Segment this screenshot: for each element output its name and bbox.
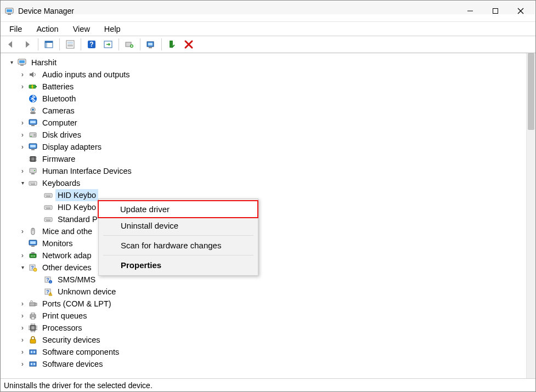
ctx-properties[interactable]: Properties [99, 257, 258, 273]
category-mice-and-other-pointing-devices[interactable]: Mice and othe [3, 225, 526, 237]
expand-arrow[interactable] [7, 56, 16, 69]
expand-arrow[interactable] [18, 334, 27, 346]
printer-icon [28, 311, 38, 321]
port-icon [28, 299, 38, 309]
enable-device-button[interactable] [165, 38, 179, 51]
expand-arrow[interactable] [18, 249, 27, 262]
properties-button[interactable] [63, 38, 77, 51]
help-button[interactable]: ? [84, 38, 99, 51]
toolbar: ? [1, 36, 535, 53]
svg-rect-40 [31, 149, 35, 150]
show-hide-console-tree-button[interactable] [42, 38, 56, 51]
category-security-devices[interactable]: Security devices [3, 334, 526, 346]
keyboard-icon [43, 190, 53, 200]
category-audio-inputs-and-outputs[interactable]: Audio inputs and outputs [3, 69, 526, 81]
tree-item-label: Monitors [40, 237, 75, 249]
category-print-queues[interactable]: Print queues [3, 310, 526, 322]
svg-point-83 [31, 255, 32, 257]
category-display-adapters[interactable]: Display adapters [3, 141, 526, 153]
update-driver-button[interactable] [122, 38, 137, 51]
ctx-uninstall-device[interactable]: Uninstall device [99, 218, 258, 234]
scan-hardware-button[interactable] [144, 38, 158, 51]
expand-arrow[interactable] [18, 165, 27, 178]
svg-rect-67 [48, 207, 49, 208]
expand-arrow[interactable] [18, 69, 27, 81]
cpu-icon [28, 323, 38, 333]
ctx-scan-for-hardware-changes[interactable]: Scan for hardware changes [99, 237, 258, 253]
tree-item-label: Keyboards [40, 177, 82, 189]
category-firmware[interactable]: Firmware [3, 153, 526, 165]
camera-icon [28, 106, 38, 116]
speaker-icon [28, 70, 38, 79]
ctx-update-driver[interactable]: Update driver [98, 201, 258, 218]
close-button[interactable] [508, 2, 533, 20]
lock-icon [28, 335, 38, 345]
expand-arrow[interactable] [18, 262, 27, 274]
bluetooth-icon [28, 94, 38, 104]
component-icon [28, 359, 38, 369]
window-title: Device Manager [18, 7, 74, 15]
expand-arrow[interactable] [18, 129, 27, 141]
category-bluetooth[interactable]: Bluetooth [3, 93, 526, 105]
svg-rect-55 [33, 183, 34, 184]
category-cameras[interactable]: Cameras [3, 105, 526, 117]
unknown_warn-icon: ?! [43, 287, 53, 297]
action-button[interactable] [101, 38, 115, 51]
device-standard-ps-2-keyboard[interactable]: Standard P [3, 213, 526, 225]
device-unknown-device[interactable]: ?! Unknown device [3, 286, 526, 298]
expand-arrow[interactable] [18, 117, 27, 129]
category-processors[interactable]: Processors [3, 322, 526, 334]
device-tree[interactable]: Harshit Audio inputs and outputs Batteri… [1, 53, 526, 378]
expand-arrow[interactable] [18, 358, 27, 371]
menu-help[interactable]: Help [99, 24, 126, 35]
expand-arrow[interactable] [18, 225, 27, 238]
vertical-scrollbar[interactable] [526, 53, 535, 378]
svg-text:?: ? [46, 277, 49, 282]
svg-rect-116 [30, 350, 36, 354]
menu-action[interactable]: Action [31, 24, 64, 35]
title-bar[interactable]: Device Manager [1, 1, 535, 21]
category-ports-com-lpt-[interactable]: Ports (COM & LPT) [3, 298, 526, 310]
svg-rect-33 [30, 121, 36, 123]
svg-rect-57 [31, 184, 35, 185]
svg-rect-42 [31, 157, 35, 161]
tree-item-label: Bluetooth [40, 93, 78, 105]
category-disk-drives[interactable]: Disk drives [3, 129, 526, 141]
expand-arrow[interactable] [18, 141, 27, 154]
app-icon [5, 7, 14, 15]
menu-file[interactable]: File [4, 24, 27, 35]
category-computer[interactable]: Computer [3, 117, 526, 129]
svg-point-85 [34, 255, 35, 257]
minimize-button[interactable] [458, 2, 483, 20]
expand-arrow[interactable] [18, 298, 27, 310]
device-hid-keyboard-device[interactable]: HID Keybo [3, 201, 526, 213]
category-batteries[interactable]: Batteries [3, 81, 526, 93]
tree-item-label: HID Keybo [55, 189, 98, 201]
menu-view[interactable]: View [67, 24, 95, 35]
keyboard-icon [28, 178, 38, 188]
maximize-button[interactable] [483, 2, 508, 20]
root-node[interactable]: Harshit [3, 56, 526, 69]
category-keyboards[interactable]: Keyboards [3, 177, 526, 189]
uninstall-device-button[interactable] [182, 38, 196, 51]
device-sms-mms[interactable]: ?i SMS/MMS [3, 274, 526, 286]
category-human-interface-devices[interactable]: Human Interface Devices [3, 165, 526, 177]
scrollbar-thumb[interactable] [528, 53, 534, 130]
expand-arrow[interactable] [18, 346, 27, 359]
forward-button[interactable] [20, 38, 35, 51]
tree-item-label: Batteries [40, 81, 76, 93]
expand-arrow[interactable] [18, 310, 27, 322]
back-button[interactable] [4, 38, 18, 51]
category-monitors[interactable]: Monitors [3, 237, 526, 249]
expand-arrow[interactable] [18, 81, 27, 93]
svg-rect-82 [31, 252, 35, 254]
expand-arrow[interactable] [18, 177, 27, 189]
category-software-components[interactable]: Software components [3, 346, 526, 358]
category-other-devices[interactable]: ? Other devices [3, 262, 526, 274]
device-hid-keyboard-device[interactable]: HID Keybo [3, 189, 526, 201]
category-software-devices[interactable]: Software devices [3, 358, 526, 370]
tree-item-label: Unknown device [55, 286, 118, 298]
category-network-adapters[interactable]: Network adap [3, 249, 526, 262]
status-text: Uninstalls the driver for the selected d… [4, 381, 153, 390]
expand-arrow[interactable] [18, 322, 27, 334]
